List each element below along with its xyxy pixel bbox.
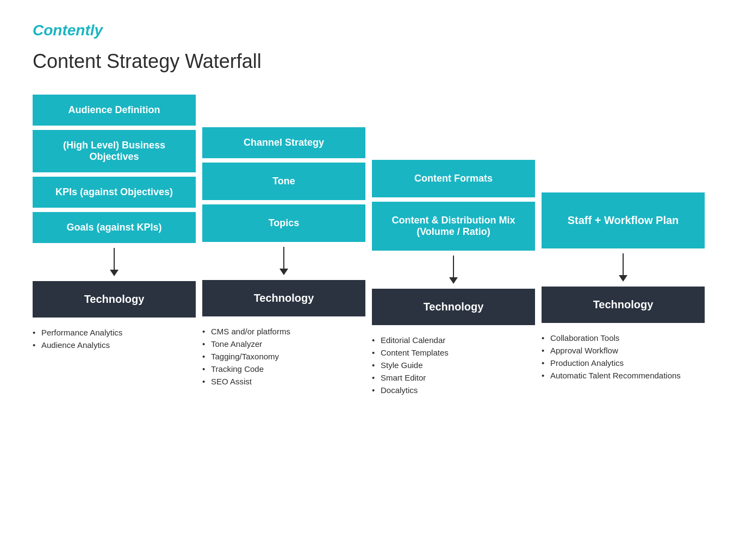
logo: Contently [33, 22, 713, 39]
waterfall-col-3: Content Formats Content & Distribution M… [372, 160, 535, 396]
bullet-item: Docalytics [372, 384, 535, 396]
bullets-col-1: Performance Analytics Audience Analytics [33, 326, 196, 351]
arrow-col-4 [542, 248, 705, 287]
bullet-item: Tracking Code [202, 363, 365, 375]
arrow-down-2 [279, 247, 288, 275]
arrow-col-3 [372, 251, 535, 289]
box-staff-workflow: Staff + Workflow Plan [542, 192, 705, 248]
box-content-formats: Content Formats [372, 160, 535, 197]
tech-box-1: Technology [33, 281, 196, 318]
bullet-item: Audience Analytics [33, 339, 196, 351]
bullets-col-2: CMS and/or platforms Tone Analyzer Taggi… [202, 325, 365, 388]
waterfall-col-2: Channel Strategy Tone Topics Technology … [202, 127, 365, 388]
box-goals: Goals (against KPIs) [33, 212, 196, 243]
bullet-item: Approval Workflow [542, 344, 705, 357]
bullet-item: Collaboration Tools [542, 332, 705, 344]
bullets-col-4: Collaboration Tools Approval Workflow Pr… [542, 332, 705, 382]
bullet-item: Style Guide [372, 359, 535, 371]
waterfall-col-4: Staff + Workflow Plan Technology Collabo… [542, 192, 705, 382]
box-kpis: KPIs (against Objectives) [33, 177, 196, 208]
arrow-down-1 [110, 248, 119, 276]
bullet-item: Production Analytics [542, 357, 705, 369]
arrow-col-1 [33, 243, 196, 281]
bullet-item: Performance Analytics [33, 326, 196, 339]
box-topics: Topics [202, 204, 365, 242]
tech-box-2: Technology [202, 280, 365, 316]
box-content-distribution: Content & Distribution Mix (Volume / Rat… [372, 202, 535, 251]
box-business-objectives: (High Level) Business Objectives [33, 130, 196, 172]
bullet-item: Editorial Calendar [372, 334, 535, 346]
waterfall-diagram: Audience Definition (High Level) Busines… [33, 95, 713, 396]
bullet-item: Smart Editor [372, 371, 535, 384]
page-title: Content Strategy Waterfall [33, 50, 713, 73]
bullet-item: SEO Assist [202, 375, 365, 388]
waterfall-col-1: Audience Definition (High Level) Busines… [33, 95, 196, 351]
bullet-item: Tagging/Taxonomy [202, 350, 365, 363]
box-audience-definition: Audience Definition [33, 95, 196, 126]
arrow-down-3 [449, 256, 458, 284]
arrow-col-2 [202, 242, 365, 280]
bullet-item: Tone Analyzer [202, 338, 365, 350]
bullet-item: CMS and/or platforms [202, 325, 365, 338]
tech-box-3: Technology [372, 289, 535, 325]
bullet-item: Automatic Talent Recommendations [542, 369, 705, 382]
box-tone: Tone [202, 163, 365, 200]
bullets-col-3: Editorial Calendar Content Templates Sty… [372, 334, 535, 396]
box-channel-strategy: Channel Strategy [202, 127, 365, 158]
bullet-item: Content Templates [372, 346, 535, 359]
arrow-down-4 [619, 253, 627, 282]
tech-box-4: Technology [542, 287, 705, 323]
